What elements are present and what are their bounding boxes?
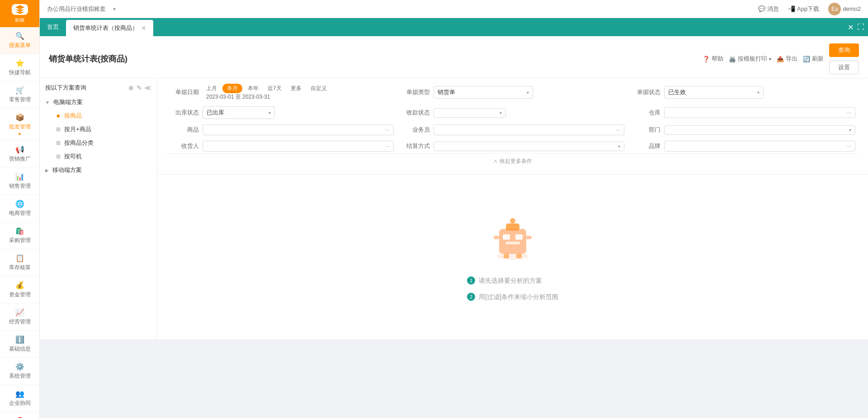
step-num-1: 1	[467, 276, 475, 285]
export-icon: 📤	[777, 56, 784, 62]
settings-button[interactable]: 设置	[829, 61, 859, 74]
app-download-label: App下载	[797, 5, 819, 13]
filter-cell-docstatus: 单据状态 已生效 ▾	[628, 84, 859, 101]
edit-scheme-icon[interactable]: ✎	[137, 84, 142, 91]
date-tab-this-year[interactable]: 本年	[244, 84, 262, 93]
topbar-dropdown-icon[interactable]: ▾	[113, 6, 116, 12]
sidebar-finance-label: 资金管理	[9, 291, 31, 299]
empty-step-1-label: 请先选择要分析的方案	[479, 274, 542, 287]
sidebar-item-search[interactable]: 🔍 搜索菜单	[0, 27, 39, 54]
receiptstatus-select[interactable]: ▾	[434, 108, 506, 118]
refresh-button[interactable]: 🔄 刷新	[803, 55, 824, 63]
date-tab-7days[interactable]: 近7天	[264, 84, 285, 93]
date-label: 单据日期	[170, 88, 203, 96]
empty-step-2-label: 用[过滤]条件来缩小分析范围	[479, 290, 558, 303]
warehouse-select[interactable]: ···	[664, 107, 855, 118]
date-tab-this-month[interactable]: 本月	[222, 84, 242, 93]
tab-close-icon[interactable]: ✕	[142, 25, 146, 31]
filter-cell-goods: 商品 ···	[166, 124, 397, 135]
brand-select[interactable]: ···	[664, 141, 855, 152]
consignee-label: 收货人	[170, 142, 203, 150]
doctype-select[interactable]: 销货单 ▾	[434, 86, 533, 99]
empty-step-1: 1 请先选择要分析的方案	[467, 274, 558, 287]
tab-home-label: 首页	[47, 23, 59, 31]
sidebar-item-basic[interactable]: ℹ️ 基础信息	[0, 331, 39, 358]
settlement-select[interactable]: ▾	[434, 142, 625, 151]
query-button[interactable]: 查询	[829, 43, 859, 57]
export-button[interactable]: 📤 导出	[777, 55, 797, 63]
empty-state: 1 请先选择要分析的方案 2 用[过滤]条件来缩小分析范围	[157, 175, 868, 339]
tree-item-by-category[interactable]: ⊞ 按商品分类	[40, 136, 157, 150]
help-button[interactable]: ❓ 帮助	[703, 55, 723, 63]
add-scheme-icon[interactable]: ⊕	[128, 84, 134, 91]
svg-rect-8	[526, 236, 532, 239]
tab-home[interactable]: 首页	[40, 18, 66, 36]
date-tab-more[interactable]: 更多	[287, 84, 305, 93]
consignee-select[interactable]: ···	[203, 141, 394, 152]
marketing-icon: 📢	[15, 145, 24, 154]
print-button[interactable]: 🖨️ 按模板打印 ▾	[729, 55, 771, 63]
tab-close-window-icon[interactable]: ✕	[848, 23, 854, 32]
sidebar-item-wholesale[interactable]: 📦 批发管理 ▲	[0, 109, 39, 141]
sidebar-retail-label: 零售管理	[9, 96, 31, 104]
date-tab-last-month[interactable]: 上月	[203, 84, 221, 93]
tree-item-by-month-goods[interactable]: ⊞ 按月+商品	[40, 123, 157, 136]
collab-icon: 👥	[15, 390, 24, 398]
avatar: Ea	[828, 3, 841, 15]
tree-label-month-goods: 按月+商品	[64, 125, 91, 133]
topbar: 办公用品行业模拟账套 ▾ 💬 消息 📲 App下载 Ea demo2	[40, 0, 868, 18]
consignee-dots: ···	[385, 143, 390, 149]
docstatus-select[interactable]: 已生效 ▾	[664, 86, 764, 99]
filter-row-3: 商品 ··· 业务员 ···	[166, 124, 859, 135]
sidebar-collab-label: 企业协同	[9, 399, 31, 407]
filter-row-2: 出库状态 已出库 ▾ 收款状态 ▾	[166, 106, 859, 119]
date-range: 2023-03-01 至 2023-03-31	[206, 93, 394, 101]
salesperson-select[interactable]: ···	[434, 124, 625, 135]
tree-label-by-goods: 按商品	[64, 112, 82, 120]
filter-cell-outstatus: 出库状态 已出库 ▾	[166, 106, 397, 119]
tree-item-desktop[interactable]: ▼ 电脑端方案	[40, 95, 157, 109]
tree-item-mobile[interactable]: ▶ 移动端方案	[40, 163, 157, 177]
sidebar-item-inventory[interactable]: 📋 库存核算	[0, 249, 39, 276]
brand-label: 品牌	[632, 142, 664, 150]
refresh-icon: 🔄	[803, 56, 810, 62]
sidebar-item-quick-nav[interactable]: ⭐ 快捷导航	[0, 54, 39, 81]
retail-icon: 🛒	[15, 86, 24, 95]
sidebar-item-marketing[interactable]: 📢 营销推广	[0, 141, 39, 168]
user-menu[interactable]: Ea demo2	[828, 3, 861, 15]
tab-sales-stat[interactable]: 销货单统计表（按商品） ✕	[66, 20, 153, 36]
brand-dots: ···	[847, 143, 851, 149]
sidebar-system-label: 系统管理	[9, 372, 31, 380]
sidebar-quick-nav-label: 快捷导航	[9, 69, 31, 76]
date-tab-custom[interactable]: 自定义	[307, 84, 330, 93]
svg-rect-10	[516, 254, 522, 258]
svg-point-6	[510, 218, 515, 223]
sidebar-item-ecommerce[interactable]: 🌐 电商管理	[0, 195, 39, 222]
tree-icon-month-goods: ⊞	[56, 126, 61, 133]
sidebar-item-retail[interactable]: 🛒 零售管理	[0, 81, 39, 109]
sidebar-search-label: 搜索菜单	[9, 42, 31, 49]
tab-maximize-icon[interactable]: ⛶	[857, 23, 864, 31]
goods-select[interactable]: ···	[203, 124, 394, 135]
outstatus-select[interactable]: 已出库 ▾	[203, 106, 275, 119]
sidebar-item-purchase[interactable]: 🛍️ 采购管理	[0, 222, 39, 249]
dept-select[interactable]: ▾	[664, 125, 855, 135]
tree-item-by-driver[interactable]: ⊞ 按司机	[40, 150, 157, 163]
filter-area: 单据日期 上月 本月 本年 近7天 更多 自定义	[157, 78, 868, 175]
sidebar-item-sales[interactable]: 📊 销售管理	[0, 168, 39, 195]
sidebar-item-finance[interactable]: 💰 资金管理	[0, 276, 39, 304]
step-num-2: 2	[467, 293, 475, 301]
filter-cell-settlement: 结算方式 ▾	[397, 141, 628, 152]
sidebar-item-system[interactable]: ⚙️ 系统管理	[0, 358, 39, 385]
collapse-panel-icon[interactable]: ≪	[145, 84, 151, 91]
doctype-value: 销货单	[438, 88, 455, 96]
refresh-label: 刷新	[812, 55, 824, 63]
sidebar-item-guide[interactable]: 🎯 新手引导	[0, 412, 39, 418]
tree-item-by-goods[interactable]: ● 按商品	[40, 109, 157, 123]
message-button[interactable]: 💬 消息	[758, 5, 779, 13]
app-download-button[interactable]: 📲 App下载	[788, 5, 819, 13]
collapse-bar[interactable]: ∧ 收起更多条件	[166, 153, 859, 169]
date-tabs: 上月 本月 本年 近7天 更多 自定义	[203, 84, 394, 93]
sidebar-item-operations[interactable]: 📈 经营管理	[0, 304, 39, 331]
sidebar-item-collab[interactable]: 👥 企业协同	[0, 385, 39, 412]
